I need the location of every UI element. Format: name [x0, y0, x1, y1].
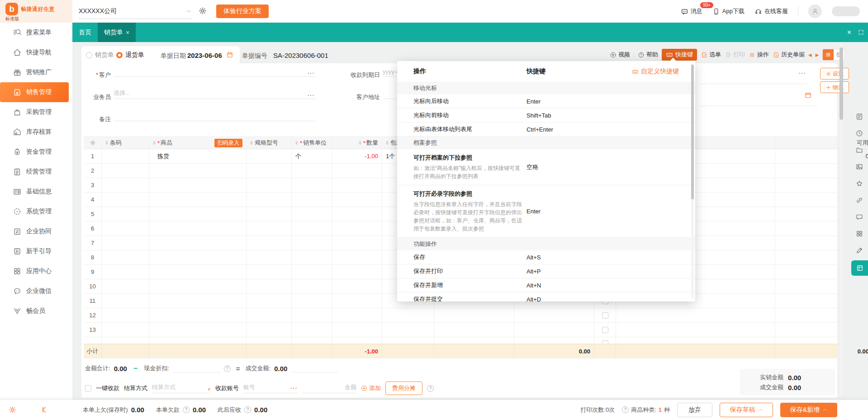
account-input[interactable]: 账号···	[243, 383, 298, 393]
customize-shortcut-link[interactable]: 自定义快捷键	[632, 67, 679, 75]
collapse-sidebar-icon[interactable]	[40, 405, 49, 414]
scrollbar-thumb[interactable]	[840, 47, 843, 120]
trial-industry-button[interactable]: 体验行业方案	[216, 5, 269, 18]
sidebar-item-collaboration[interactable]: 企业协同	[0, 221, 72, 241]
messages-button[interactable]: 消息 99+	[681, 7, 702, 15]
help-circle-icon[interactable]: ?	[427, 385, 434, 392]
logistics-button[interactable]: 物流	[820, 81, 849, 93]
customer-input[interactable]	[114, 67, 315, 77]
print-button[interactable]: 打印	[725, 51, 745, 59]
salesman-input[interactable]: 选择...	[114, 89, 315, 99]
sidebar-item-member[interactable]: 畅会员	[0, 301, 72, 321]
cash-discount-input[interactable]	[173, 364, 220, 372]
history-button[interactable]: 历史单据	[773, 51, 805, 59]
dock-edit-button[interactable]	[853, 244, 866, 257]
action-button[interactable]: 操作	[749, 51, 769, 59]
dock-star-button[interactable]	[853, 177, 866, 190]
sidebar-item-operation[interactable]: 经营管理	[0, 162, 72, 182]
help-circle-icon[interactable]: ?	[183, 406, 190, 413]
sort-icon[interactable]	[295, 141, 298, 145]
account-more-icon[interactable]: ···	[290, 385, 298, 391]
pick-order-button[interactable]: 选单	[701, 51, 721, 59]
store-icon	[13, 88, 22, 97]
dialog-scrollbar-thumb[interactable]	[691, 65, 694, 199]
pay-amount-input[interactable]: 金额	[302, 383, 356, 393]
scan-entry-badge[interactable]: 扫码录入	[214, 139, 242, 147]
save-and-new-button[interactable]: 保存&新增	[780, 403, 837, 417]
dock-link-button[interactable]	[853, 193, 866, 207]
doc-date-value[interactable]: 2023-06-06	[187, 52, 222, 59]
table-subtotal-row: 小计-1.000.000.00	[84, 344, 837, 358]
sort-icon[interactable]	[153, 141, 156, 145]
sidebar-item-newbie-guide[interactable]: 新新手引导	[0, 241, 72, 261]
deal-amount-input[interactable]	[291, 364, 338, 372]
close-icon[interactable]: ×	[847, 28, 851, 37]
settings-button[interactable]: 设置	[820, 68, 849, 80]
sidebar-item-search-menu[interactable]: 搜索菜单	[0, 23, 72, 42]
page-scrollbar[interactable]	[840, 44, 843, 398]
sidebar-item-wechat-work[interactable]: 企业微信	[0, 281, 72, 301]
dock-gallery-button[interactable]	[853, 160, 866, 174]
sidebar-item-app-center[interactable]: 应用中心	[0, 261, 72, 281]
gear-icon[interactable]	[198, 6, 207, 15]
settle-method-select[interactable]: 结算方式∨	[152, 383, 211, 393]
save-draft-button[interactable]: 保存草稿	[720, 403, 773, 417]
warehouse-more-icon[interactable]: ···	[799, 70, 806, 76]
video-button[interactable]: 视频	[610, 51, 630, 59]
sort-icon[interactable]	[250, 141, 253, 145]
prev-doc-icon[interactable]: ◀	[808, 52, 812, 57]
shortcut-key-button[interactable]: 快捷键	[662, 49, 697, 61]
support-button[interactable]: 在线客服	[754, 7, 788, 15]
dock-note-button[interactable]	[853, 110, 866, 123]
sidebar-item-system[interactable]: 系统管理	[0, 202, 72, 221]
sort-icon[interactable]	[105, 141, 108, 145]
expand-icon[interactable]	[858, 29, 864, 36]
sort-icon[interactable]	[359, 141, 361, 145]
expense-share-button[interactable]: 费用分摊	[385, 381, 422, 395]
dock-clock-button[interactable]	[853, 127, 866, 140]
row-checkbox[interactable]	[602, 340, 608, 344]
remark-input[interactable]	[114, 111, 315, 121]
warehouse-input[interactable]	[699, 74, 807, 84]
settings-gear-icon[interactable]	[8, 405, 17, 414]
calendar-icon[interactable]	[226, 51, 233, 58]
dock-panel-button[interactable]	[851, 260, 868, 276]
radio-sales-order[interactable]: 销货单	[86, 51, 114, 59]
add-payment-button[interactable]: 添加	[361, 384, 381, 392]
quick-receipt-checkbox[interactable]	[85, 385, 91, 391]
help-circle-icon[interactable]: ?	[224, 365, 231, 372]
salesman-more-icon[interactable]: ···	[308, 92, 315, 99]
help-circle-icon[interactable]: ?	[622, 406, 629, 413]
row-checkbox[interactable]	[602, 312, 608, 319]
username-pill[interactable]	[832, 6, 860, 16]
sidebar-item-quick-nav[interactable]: 快捷导航	[0, 42, 72, 62]
row-checkbox[interactable]	[602, 327, 608, 333]
sidebar-item-sales[interactable]: 销售管理	[0, 82, 69, 102]
radio-return-order[interactable]: 退货单	[116, 51, 144, 59]
tab-home[interactable]: 首页	[72, 23, 98, 42]
avatar[interactable]	[808, 5, 822, 18]
help-circle-icon[interactable]: ?	[244, 406, 251, 413]
delivery-date-input[interactable]	[699, 96, 817, 106]
company-select[interactable]: XXXXXX公司	[79, 4, 192, 19]
dialog-scrollbar[interactable]	[691, 64, 694, 299]
table-gear-icon[interactable]	[90, 140, 96, 146]
sidebar-item-purchase[interactable]: 采购管理	[0, 102, 72, 122]
tab-sales-order[interactable]: 销货单 ×	[98, 23, 136, 42]
customer-more-icon[interactable]: ···	[308, 70, 315, 76]
sidebar-item-basic-info[interactable]: 基础信息	[0, 182, 72, 202]
calendar-icon[interactable]	[804, 91, 812, 99]
close-tab-icon[interactable]: ×	[126, 29, 129, 36]
sort-icon[interactable]	[386, 141, 389, 145]
sidebar-item-marketing[interactable]: 营销推广	[0, 62, 72, 82]
app-download-button[interactable]: App下载	[712, 7, 745, 15]
sidebar-item-funds[interactable]: 资金管理	[0, 142, 72, 162]
list-view-icon[interactable]	[823, 49, 834, 60]
cancel-button[interactable]: 放弃	[677, 403, 712, 417]
help-button[interactable]: 帮助	[638, 51, 658, 59]
dock-message-button[interactable]	[853, 210, 866, 224]
dock-apps-button[interactable]	[853, 227, 866, 240]
dock-folder-button[interactable]	[853, 143, 866, 157]
sidebar-item-inventory[interactable]: 库存核算	[0, 122, 72, 142]
next-doc-icon[interactable]: ▶	[816, 52, 819, 57]
